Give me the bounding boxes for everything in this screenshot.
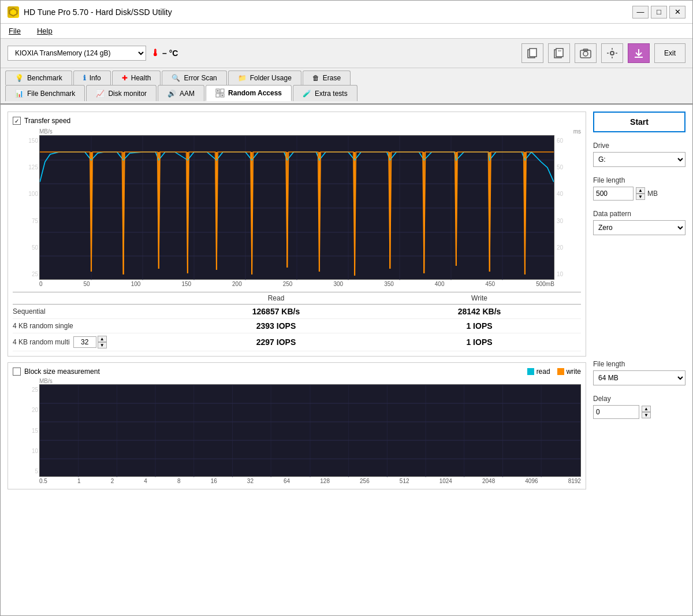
drive-select-sidebar[interactable]: G: <box>593 152 685 167</box>
sound-icon: 🔊 <box>167 90 176 98</box>
delay-down[interactable]: ▼ <box>642 412 651 418</box>
svg-rect-3 <box>530 49 536 57</box>
tab-disk-monitor[interactable]: 📈 Disk monitor <box>86 85 157 101</box>
settings-button[interactable] <box>601 43 623 63</box>
legend: read write <box>527 368 581 376</box>
tab-info[interactable]: ℹ Info <box>73 70 111 85</box>
y-right-40: 40 <box>557 191 580 197</box>
search-icon: 🔍 <box>172 74 180 82</box>
tab-extra-tests[interactable]: 🧪 Extra tests <box>293 85 357 101</box>
health-icon: ✚ <box>122 74 128 82</box>
delay-input[interactable] <box>593 405 639 419</box>
camera-button[interactable] <box>575 43 597 63</box>
bx-64: 64 <box>284 478 290 484</box>
file-menu[interactable]: File <box>5 25 24 37</box>
chart-icon: 📊 <box>15 90 24 98</box>
random-multi-read: 2297 IOPS <box>174 337 378 347</box>
block-y-20: 20 <box>14 407 38 413</box>
transfer-speed-checkbox[interactable] <box>13 117 21 125</box>
minimize-button[interactable]: — <box>632 6 649 18</box>
legend-read: read <box>527 368 550 376</box>
main-window: HD Tune Pro 5.70 - Hard Disk/SSD Utility… <box>0 0 693 616</box>
bx-8: 8 <box>177 478 181 484</box>
header-col1 <box>13 294 174 302</box>
sequential-read: 126857 KB/s <box>174 307 378 316</box>
read-color-box <box>527 368 534 375</box>
help-menu[interactable]: Help <box>33 25 56 37</box>
block-unit-mbs: MB/s <box>39 378 53 384</box>
trash-icon: 🗑 <box>312 74 319 82</box>
y-left-150: 150 <box>14 138 38 144</box>
sequential-label: Sequential <box>13 307 174 316</box>
bx-1024: 1024 <box>439 478 452 484</box>
block-size-checkbox[interactable] <box>13 368 21 376</box>
drive-dropdown[interactable]: KIOXIA TransMemory (124 gB) <box>8 46 146 61</box>
bx-2: 2 <box>111 478 114 484</box>
bx-1: 1 <box>77 478 81 484</box>
file-length-select2[interactable]: 64 MB <box>593 370 685 385</box>
sequential-write: 28142 KB/s <box>378 307 581 316</box>
delay-up[interactable]: ▲ <box>642 406 651 412</box>
random-multi-row: 4 KB random multi ▲ ▼ 2297 IOPS 1 IOPS <box>13 333 581 351</box>
bx-128: 128 <box>320 478 330 484</box>
x-200: 200 <box>232 281 242 287</box>
tab-erase[interactable]: 🗑 Erase <box>303 70 351 85</box>
bx-32: 32 <box>247 478 254 484</box>
tab-benchmark[interactable]: 💡 Benchmark <box>5 70 72 85</box>
sidebar: Start Drive G: File length ▲ ▼ MB <box>593 112 685 608</box>
y-left-100: 100 <box>14 191 38 197</box>
thermometer-icon: 🌡 <box>151 48 160 58</box>
block-size-section: Block size measurement read write <box>8 362 586 489</box>
data-pattern-select[interactable]: Zero <box>593 220 685 235</box>
x-100: 100 <box>131 281 141 287</box>
main-area: Transfer speed MB/s ms 150 125 100 75 <box>8 112 586 608</box>
header-write: Write <box>378 294 581 302</box>
random-icon <box>215 88 225 98</box>
random-multi-write: 1 IOPS <box>378 337 581 347</box>
y-left-25: 25 <box>14 271 38 277</box>
close-button[interactable]: ✕ <box>669 6 685 18</box>
spinner-down[interactable]: ▼ <box>98 342 107 348</box>
svg-rect-13 <box>216 94 219 97</box>
download-button[interactable] <box>628 43 650 63</box>
file-length-input[interactable] <box>593 187 634 201</box>
y-right-20: 20 <box>557 244 580 251</box>
unit-ms: ms <box>573 128 581 135</box>
tab-file-benchmark[interactable]: 📊 File Benchmark <box>5 85 85 101</box>
multi-value-input[interactable] <box>73 336 96 348</box>
transfer-speed-section: Transfer speed MB/s ms 150 125 100 75 <box>8 112 586 357</box>
y-right-50: 50 <box>557 164 580 170</box>
file-length-unit: MB <box>647 190 658 198</box>
spinner-buttons: ▲ ▼ <box>98 336 107 348</box>
copy-button[interactable] <box>521 43 543 63</box>
x-50: 50 <box>84 281 90 287</box>
random-multi-label: 4 KB random multi ▲ ▼ <box>13 336 174 348</box>
legend-write: write <box>557 368 581 376</box>
content-area: Transfer speed MB/s ms 150 125 100 75 <box>1 105 692 615</box>
tab-aam[interactable]: 🔊 AAM <box>158 85 204 101</box>
file-length-up[interactable]: ▲ <box>636 187 645 194</box>
folder-icon: 📁 <box>238 74 247 82</box>
file-length-down[interactable]: ▼ <box>636 194 645 200</box>
start-button[interactable]: Start <box>593 112 685 132</box>
bx-512: 512 <box>400 478 409 484</box>
flask-icon: 🧪 <box>303 90 311 98</box>
tab-folder-usage[interactable]: 📁 Folder Usage <box>228 70 301 85</box>
tab-error-scan[interactable]: 🔍 Error Scan <box>162 70 226 85</box>
file-length-label: File length <box>593 176 685 184</box>
exit-button[interactable]: Exit <box>654 43 685 63</box>
toolbar: KIOXIA TransMemory (124 gB) 🌡 – °C Exit <box>1 39 692 68</box>
copy2-button[interactable] <box>548 43 570 63</box>
tab-health[interactable]: ✚ Health <box>112 70 161 85</box>
sequential-row: Sequential 126857 KB/s 28142 KB/s <box>13 305 581 319</box>
y-left-50: 50 <box>14 244 38 251</box>
temperature-display: 🌡 – °C <box>151 48 178 58</box>
spinner-up[interactable]: ▲ <box>98 336 107 342</box>
x-400: 400 <box>435 281 445 287</box>
maximize-button[interactable]: □ <box>651 6 667 18</box>
tab-random-access[interactable]: Random Access <box>206 85 292 101</box>
bx-256: 256 <box>360 478 370 484</box>
bx-16: 16 <box>211 478 217 484</box>
file-length-spinners: ▲ ▼ <box>636 187 645 200</box>
multi-spinner: ▲ ▼ <box>73 336 107 348</box>
